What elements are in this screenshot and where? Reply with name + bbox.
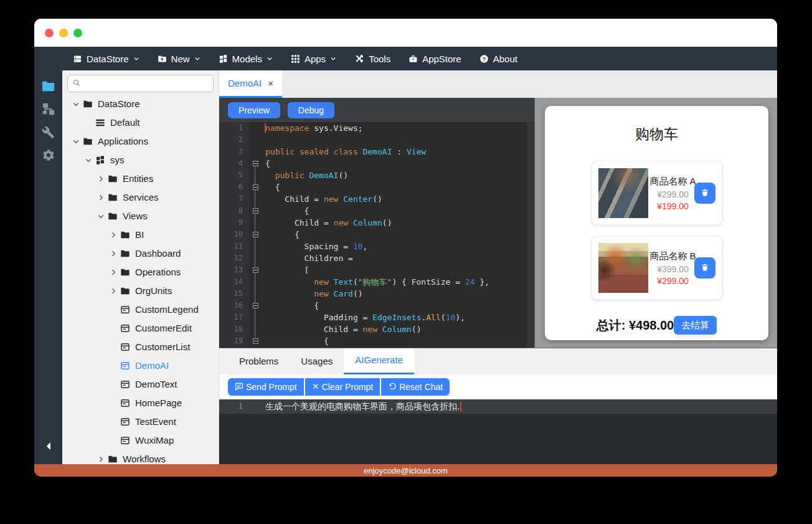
- tree-item-orgunits[interactable]: OrgUnits: [67, 282, 214, 300]
- folder-icon: [107, 174, 118, 184]
- fold-collapse-icon[interactable]: [253, 161, 258, 166]
- tree-item-default[interactable]: Default: [67, 113, 214, 132]
- reset-chat-button[interactable]: Reset Chat: [381, 378, 450, 396]
- chevron-down-icon[interactable]: [70, 100, 82, 108]
- tree-item-customeredit[interactable]: CustomerEdit: [67, 319, 214, 338]
- menu-tools[interactable]: Tools: [354, 54, 390, 64]
- tree-item-sys[interactable]: sys: [67, 151, 214, 169]
- close-tab-icon[interactable]: ×: [268, 79, 273, 88]
- preview-button[interactable]: Preview: [228, 102, 280, 118]
- tree-item-applications[interactable]: Applications: [67, 132, 214, 151]
- code-editor[interactable]: 1namespace sys.Views;23public sealed cla…: [219, 122, 534, 348]
- menu-models[interactable]: Models: [219, 54, 273, 64]
- collapse-sidebar-chevron-left-icon[interactable]: [34, 442, 62, 450]
- tree-item-customlegend[interactable]: CustomLegend: [67, 300, 214, 319]
- chevron-right-icon[interactable]: [107, 269, 120, 276]
- line-number: 9: [219, 217, 249, 229]
- product-image-photo-autumn: [598, 243, 648, 293]
- menu-datastore[interactable]: DataStore: [73, 54, 139, 64]
- chevron-right-icon[interactable]: [95, 455, 107, 463]
- line-number: 3: [219, 146, 249, 158]
- chevron-down-icon[interactable]: [95, 212, 107, 220]
- wrench-icon[interactable]: [41, 125, 56, 140]
- tree-item-homepage[interactable]: HomePage: [67, 394, 214, 412]
- fold-collapse-icon[interactable]: [253, 267, 258, 273]
- maximize-window-button[interactable]: [73, 29, 82, 37]
- tree-item-workflows[interactable]: Workflows: [67, 450, 214, 464]
- tree-search-input[interactable]: [84, 79, 208, 88]
- tab-demoai[interactable]: DemoAI ×: [219, 70, 282, 98]
- tree-item-label: Entities: [123, 169, 153, 188]
- prompt-editor[interactable]: 1 生成一个美观的电商购物车界面，商品项包含折扣.: [219, 399, 777, 464]
- button-label: Clear Prompt: [322, 382, 373, 392]
- tree-item-views[interactable]: Views: [67, 207, 214, 226]
- button-label: Send Prompt: [246, 382, 297, 392]
- code-text: [: [265, 264, 309, 276]
- preview-panel: 购物车 商品名称 A¥299.00¥199.00商品名称 B¥399.00¥29…: [534, 98, 777, 348]
- tree-item-operations[interactable]: Operations: [67, 263, 214, 282]
- send-prompt-button[interactable]: Send Prompt: [228, 378, 304, 396]
- code-line-9: 9 Child = new Column(): [219, 217, 534, 229]
- fold-collapse-icon[interactable]: [253, 208, 258, 214]
- tab-problems[interactable]: Problems: [228, 348, 290, 374]
- fold-collapse-icon[interactable]: [253, 303, 258, 308]
- tree-item-datastore[interactable]: DataStore: [67, 95, 214, 113]
- fold-gutter: [249, 276, 262, 288]
- line-number: 19: [219, 335, 249, 347]
- code-editor-pane: Preview Debug 1namespace sys.Views;23pub…: [219, 98, 534, 348]
- button-label: Reset Chat: [399, 382, 443, 392]
- delete-item-button[interactable]: [694, 183, 715, 204]
- tree-item-demoai[interactable]: DemoAI: [67, 356, 214, 375]
- tab-aigenerate[interactable]: AIGenerate: [344, 348, 414, 374]
- editor-scrollbar[interactable]: [527, 122, 534, 348]
- search-icon: [73, 78, 80, 89]
- line-number: 11: [219, 241, 249, 252]
- menu-appstore[interactable]: AppStore: [408, 54, 461, 64]
- tree-item-testevent[interactable]: TestEvent: [67, 412, 214, 431]
- product-discount-price: ¥299.00: [657, 276, 689, 286]
- tree-item-entities[interactable]: Entities: [67, 169, 214, 188]
- menu-label: DataStore: [87, 54, 129, 64]
- sitemap-icon[interactable]: [41, 102, 56, 117]
- chevron-right-icon[interactable]: [107, 287, 120, 295]
- product-image-photo-water: [598, 168, 648, 218]
- fold-collapse-icon[interactable]: [253, 232, 258, 237]
- product-info: 商品名称 B¥399.00¥299.00: [648, 250, 698, 286]
- fold-collapse-icon[interactable]: [253, 338, 258, 344]
- line-number: 17: [219, 312, 249, 323]
- delete-item-button[interactable]: [694, 257, 715, 279]
- tree-item-dashboard[interactable]: Dashboard: [67, 244, 214, 263]
- fold-gutter: [249, 217, 262, 229]
- tree-item-label: Operations: [135, 263, 181, 282]
- chevron-down-icon[interactable]: [82, 156, 95, 164]
- menu-new[interactable]: New: [158, 54, 201, 64]
- code-line-17: 17 Padding = EdgeInsets.All(10),: [219, 312, 534, 323]
- clear-prompt-button[interactable]: Clear Prompt: [305, 378, 380, 396]
- chevron-right-icon[interactable]: [95, 194, 107, 201]
- tree-item-wuximap[interactable]: WuxiMap: [67, 431, 214, 450]
- tree-item-customerlist[interactable]: CustomerList: [67, 338, 214, 356]
- chevron-right-icon[interactable]: [107, 250, 120, 257]
- files-folder-icon[interactable]: [41, 79, 56, 93]
- tree-item-label: DemoText: [135, 375, 177, 394]
- chevron-right-icon[interactable]: [95, 175, 107, 183]
- menu-apps[interactable]: Apps: [291, 54, 336, 64]
- debug-button[interactable]: Debug: [288, 102, 334, 118]
- fold-collapse-icon[interactable]: [253, 184, 258, 190]
- tree-item-demotext[interactable]: DemoText: [67, 375, 214, 394]
- gear-icon[interactable]: [41, 148, 56, 163]
- cart-item: 商品名称 B¥399.00¥299.00: [592, 236, 722, 300]
- close-window-button[interactable]: [45, 29, 54, 37]
- menu-about[interactable]: ? About: [479, 54, 517, 64]
- minimize-window-button[interactable]: [59, 29, 68, 37]
- checkout-button[interactable]: 去结算: [674, 316, 717, 335]
- tree-item-bi[interactable]: BI: [67, 226, 214, 244]
- code-line-14: 14 new Text("购物车") { FontSize = 24 },: [219, 276, 534, 288]
- chevron-down-icon[interactable]: [70, 138, 82, 145]
- code-text: Spacing = 10,: [265, 241, 367, 252]
- chevron-right-icon[interactable]: [107, 231, 120, 239]
- tree-item-services[interactable]: Services: [67, 188, 214, 207]
- fold-gutter: [249, 312, 262, 323]
- tab-usages[interactable]: Usages: [290, 348, 344, 374]
- folder-icon: [82, 136, 93, 146]
